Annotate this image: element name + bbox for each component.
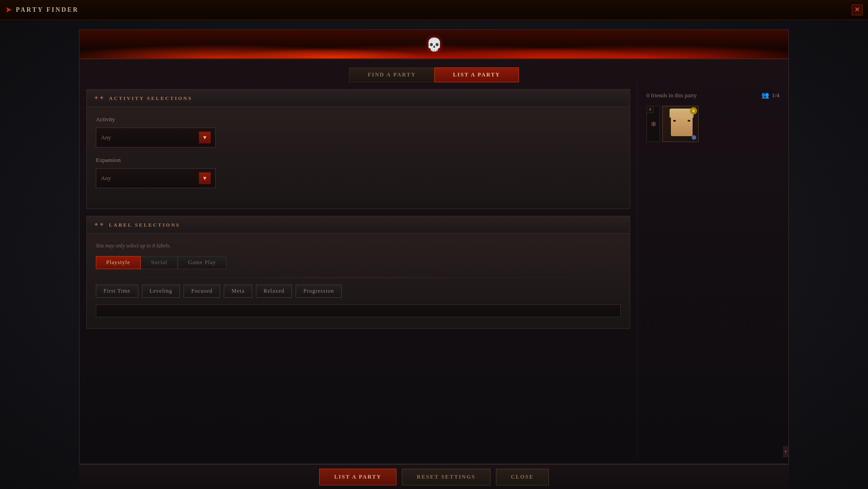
close-button[interactable]: Close — [496, 469, 549, 485]
right-panel: 0 friends in this party 👥 1/4 ❄ 9 — [637, 82, 788, 457]
player-slot-area: ❄ 9 — [646, 106, 779, 142]
chip-leveling[interactable]: Leveling — [142, 285, 180, 298]
party-count-value: 1/4 — [772, 92, 779, 99]
activity-dropdown[interactable]: Any ▼ — [96, 128, 216, 147]
title-bar-left: ➤ PARTY FINDER — [5, 5, 79, 14]
activity-label: Activity — [96, 116, 621, 123]
scroll-down-arrow[interactable]: ▼ — [783, 446, 788, 457]
player-slot-1: ❄ 9 — [646, 106, 660, 142]
activity-dropdown-value: Any — [101, 134, 111, 141]
label-section-icon: ✦✦ — [94, 221, 104, 228]
divider — [96, 277, 621, 278]
expansion-label: Expansion — [96, 157, 621, 164]
expansion-dropdown-value: Any — [101, 175, 111, 182]
label-section-title: LABEL SELECTIONS — [109, 222, 180, 228]
label-chips: First Time Leveling Focused Meta Relaxed… — [96, 285, 621, 298]
chip-firsttime[interactable]: First Time — [96, 285, 138, 298]
activity-section-icon: ✦✦ — [94, 94, 104, 102]
level-badge: 9 — [646, 106, 654, 113]
skull-icon: 💀 — [426, 37, 442, 52]
friends-count-text: 0 friends in this party — [646, 92, 697, 99]
crown-icon: ♛ — [692, 109, 695, 113]
chip-progression[interactable]: Progression — [296, 285, 342, 298]
label-note: You may only select up to 8 labels. — [96, 242, 621, 249]
chip-meta[interactable]: Meta — [224, 285, 252, 298]
flame-header: 💀 — [80, 30, 788, 59]
label-section-header: ✦✦ LABEL SELECTIONS — [87, 216, 630, 233]
activity-section-header: ✦✦ ACTIVITY SELECTIONS — [87, 90, 630, 107]
expansion-dropdown-container: Expansion Any ▼ — [96, 157, 621, 188]
activity-dropdown-arrow: ▼ — [199, 132, 211, 143]
eye-left — [673, 120, 676, 122]
main-dialog: 💀 FIND A PARTY LIST A PARTY ✦✦ ACTIVITY … — [79, 29, 789, 464]
player-avatar-frame: ♛ — [662, 106, 698, 142]
eye-right — [688, 120, 690, 122]
face — [671, 114, 693, 136]
window-close-button[interactable]: ✕ — [852, 5, 863, 15]
label-tab-gameplay[interactable]: Game Play — [178, 256, 226, 269]
expansion-dropdown[interactable]: Any ▼ — [96, 168, 216, 188]
activity-section-content: Activity Any ▼ Expansion Any ▼ — [87, 107, 630, 209]
class-icon: ❄ — [651, 120, 656, 128]
party-members-icon: 👥 — [761, 91, 769, 99]
online-indicator — [692, 135, 696, 140]
label-tab-playstyle[interactable]: Playstyle — [96, 256, 141, 269]
title-bar: ➤ PARTY FINDER ✕ — [0, 0, 868, 20]
chip-focused[interactable]: Focused — [184, 285, 220, 298]
action-bar: List a Party Reset Settings Close — [79, 464, 789, 489]
activity-section-title: ACTIVITY SELECTIONS — [109, 95, 193, 101]
label-tab-social[interactable]: Social — [141, 256, 178, 269]
activity-section: ✦✦ ACTIVITY SELECTIONS Activity Any ▼ Ex… — [86, 89, 630, 209]
window-title: PARTY FINDER — [16, 6, 79, 14]
label-section: ✦✦ LABEL SELECTIONS You may only select … — [86, 216, 630, 329]
chip-relaxed[interactable]: Relaxed — [256, 285, 292, 298]
list-party-button[interactable]: List a Party — [319, 469, 396, 485]
crown-badge: ♛ — [690, 107, 697, 114]
tab-list-party[interactable]: LIST A PARTY — [434, 67, 519, 82]
player-avatar: ♛ — [663, 106, 698, 142]
left-panel: ✦✦ ACTIVITY SELECTIONS Activity Any ▼ Ex… — [80, 82, 637, 457]
party-info-row: 0 friends in this party 👥 1/4 — [646, 91, 779, 99]
reset-settings-button[interactable]: Reset Settings — [402, 469, 491, 485]
activity-dropdown-container: Activity Any ▼ — [96, 116, 621, 147]
content-area: ✦✦ ACTIVITY SELECTIONS Activity Any ▼ Ex… — [80, 82, 788, 457]
label-section-content: You may only select up to 8 labels. Play… — [87, 233, 630, 328]
arrow-icon: ➤ — [5, 5, 11, 14]
expansion-dropdown-arrow: ▼ — [199, 172, 211, 184]
label-text-input[interactable] — [96, 304, 621, 317]
tab-navigation: FIND A PARTY LIST A PARTY — [80, 59, 788, 82]
label-tabs: Playstyle Social Game Play — [96, 256, 621, 269]
tab-find-party[interactable]: FIND A PARTY — [349, 67, 434, 82]
party-count: 👥 1/4 — [761, 91, 779, 99]
